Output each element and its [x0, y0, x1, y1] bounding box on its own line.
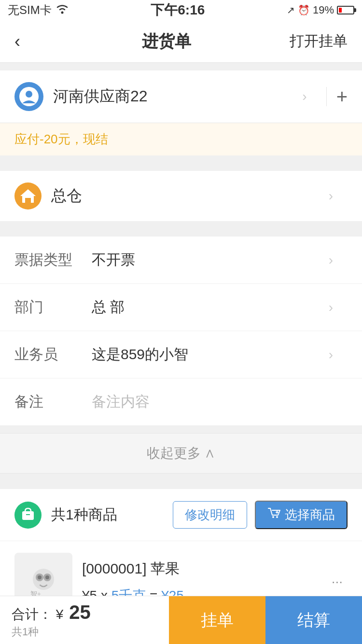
select-product-label: 选择商品: [285, 506, 335, 523]
total-sub-label: 共1种: [12, 625, 157, 639]
supplier-avatar: [14, 82, 43, 111]
supplier-row[interactable]: 河南供应商22 › +: [0, 70, 362, 123]
invoice-type-row[interactable]: 票据类型 不开票 ›: [0, 237, 362, 284]
add-supplier-button[interactable]: +: [336, 86, 348, 108]
svg-rect-4: [25, 198, 31, 203]
salesperson-row[interactable]: 业务员 这是859的小智 ›: [0, 331, 362, 378]
invoice-type-value: 不开票: [82, 250, 329, 270]
product-code: [0000001]: [82, 560, 146, 576]
wifi-icon: [56, 3, 69, 17]
page-title: 进货单: [142, 30, 191, 53]
person-icon: [19, 87, 39, 106]
product-header: 共1种商品 修改明细 选择商品: [0, 489, 362, 541]
total-section: 合计： ¥ 25 共1种: [0, 596, 169, 644]
total-label: 合计：: [12, 607, 52, 622]
status-time: 下午6:16: [151, 1, 205, 19]
svg-point-13: [45, 575, 49, 579]
warehouse-row[interactable]: 总仓 ›: [0, 171, 362, 221]
total-amount: 25: [69, 602, 91, 623]
form-section: 票据类型 不开票 › 部门 总 部 › 业务员 这是859的小智 › 备注 备注…: [0, 237, 362, 425]
open-pending-button[interactable]: 打开挂单: [290, 31, 348, 51]
department-row[interactable]: 部门 总 部 ›: [0, 284, 362, 331]
warehouse-name: 总仓: [51, 185, 329, 207]
svg-point-8: [276, 516, 278, 518]
salesperson-value: 这是859的小智: [82, 345, 329, 364]
collapse-row[interactable]: 收起更多 ∧: [0, 433, 362, 474]
battery-percent: 19%: [313, 4, 334, 16]
location-icon: ↗: [287, 4, 295, 16]
section-gap-4: [0, 474, 362, 481]
carrier-label: 无SIM卡: [8, 2, 52, 18]
back-button[interactable]: ‹: [14, 31, 43, 52]
remark-input[interactable]: 备注内容: [82, 392, 348, 412]
settle-button[interactable]: 结算: [265, 596, 362, 644]
more-options-button[interactable]: ···: [327, 569, 348, 594]
remark-row[interactable]: 备注 备注内容: [0, 378, 362, 425]
section-gap-1: [0, 63, 362, 70]
svg-marker-3: [20, 189, 36, 196]
department-label: 部门: [14, 297, 82, 317]
supplier-chevron-icon: ›: [302, 89, 306, 104]
department-chevron-icon: ›: [329, 300, 333, 315]
department-value: 总 部: [82, 297, 329, 317]
cart-icon: [267, 507, 281, 522]
section-gap-3: [0, 221, 362, 229]
total-unit: ¥: [56, 607, 64, 622]
status-bar: 无SIM卡 下午6:16 ↗ ⏰ 19%: [0, 0, 362, 20]
hang-order-button[interactable]: 挂单: [169, 596, 265, 644]
total-line: 合计： ¥ 25: [12, 602, 157, 624]
status-right: ↗ ⏰ 19%: [287, 4, 354, 16]
warehouse-chevron-icon: ›: [329, 188, 333, 204]
status-left: 无SIM卡: [8, 2, 69, 18]
product-name: [0000001] 苹果: [82, 559, 317, 579]
invoice-type-label: 票据类型: [14, 250, 82, 270]
svg-rect-5: [22, 511, 34, 520]
product-count-label: 共1种商品: [51, 505, 173, 525]
edit-detail-button[interactable]: 修改明细: [173, 501, 247, 529]
section-gap-2: [0, 155, 362, 163]
svg-rect-6: [26, 514, 30, 515]
select-product-button[interactable]: 选择商品: [255, 501, 348, 529]
supplier-divider: [326, 87, 327, 106]
remark-label: 备注: [14, 392, 82, 412]
supplier-section: 河南供应商22 › + 应付-20元，现结: [0, 70, 362, 155]
battery-icon: [337, 6, 354, 14]
product-title: 苹果: [151, 560, 180, 576]
salesperson-label: 业务员: [14, 345, 82, 364]
product-section-icon: [14, 502, 42, 529]
salesperson-chevron-icon: ›: [329, 347, 333, 363]
alarm-icon: ⏰: [298, 4, 310, 16]
svg-point-0: [61, 12, 63, 14]
warehouse-icon: [14, 182, 42, 210]
bottom-bar: 合计： ¥ 25 共1种 挂单 结算: [0, 596, 362, 644]
invoice-type-chevron-icon: ›: [329, 252, 333, 268]
supplier-name: 河南供应商22: [53, 86, 302, 107]
svg-point-12: [38, 575, 42, 579]
svg-point-7: [272, 516, 274, 518]
notice-bar: 应付-20元，现结: [0, 123, 362, 155]
nav-bar: ‹ 进货单 打开挂单: [0, 20, 362, 63]
svg-point-1: [26, 91, 32, 98]
